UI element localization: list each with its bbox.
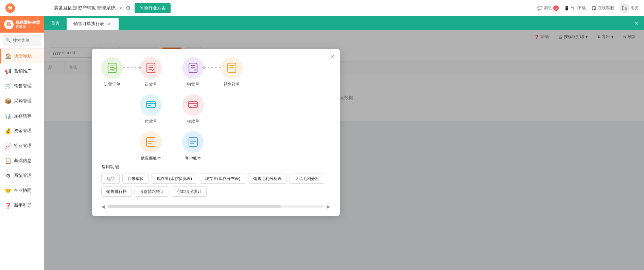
- message-button[interactable]: 💬 消息 5: [537, 5, 559, 11]
- common-btn-sales-margin[interactable]: 销售毛利分析表: [248, 174, 287, 184]
- sidebar-item-inventory[interactable]: 📊 库存核算: [0, 108, 44, 123]
- sidebar-item-sales[interactable]: 🛒 销售管理: [0, 78, 44, 93]
- common-btn-receipt-stats[interactable]: 收款情况统计: [135, 186, 169, 197]
- system-icon: ⚙: [5, 173, 11, 179]
- common-btn-product[interactable]: 商品: [101, 174, 120, 184]
- try-industry-button[interactable]: 体验行业方案: [135, 3, 171, 13]
- scroll-bar-track[interactable]: [108, 205, 324, 208]
- svg-rect-10: [148, 105, 151, 106]
- tab-home[interactable]: 首页: [44, 16, 67, 30]
- user-menu-button[interactable]: Ea 用友: [620, 3, 639, 13]
- main-area: 畅 畅康通好生意 标准版 🔍 搜索菜单 🏠 快捷导航 �: [0, 16, 644, 270]
- svg-rect-16: [146, 138, 147, 146]
- download-icon: 📱: [564, 6, 569, 11]
- common-functions-buttons: 商品 往来单位 现存量(库存状况表) 现存量(库存分布表) 销售毛利分析表 商品…: [101, 174, 330, 184]
- sales-order-label: 销售订单: [224, 82, 240, 87]
- search-menu-label: 搜索菜单: [13, 38, 29, 43]
- flow-node-receipt-wrapper: ¥ 收款单: [182, 94, 204, 124]
- app-title-dropdown-icon[interactable]: ▾: [120, 6, 122, 11]
- flow-node-supplier-wrapper: 供应商账本: [140, 131, 162, 161]
- payment-down-arrow: ↓: [150, 124, 152, 131]
- enterprise-icon: 🤝: [5, 187, 11, 194]
- marketing-icon: 📢: [5, 68, 11, 74]
- sidebar-item-marketing-label: 营销推广: [14, 68, 32, 74]
- top-bar: 畅 装备及固定资产辅助管理系统 ▾ ⚙ 体验行业方案 💬 消息 5 📱 App下…: [0, 0, 644, 16]
- scroll-bar-thumb[interactable]: [108, 205, 281, 208]
- supplier-circle[interactable]: [140, 131, 162, 153]
- sidebar-item-enterprise[interactable]: 🤝 企业协同: [0, 183, 44, 198]
- brand-line1: 畅康通好生意: [16, 20, 40, 25]
- common-btn-stock-dist[interactable]: 现存量(库存分布表): [200, 174, 245, 184]
- top-bar-left: 畅 装备及固定资产辅助管理系统 ▾ ⚙ 体验行业方案: [5, 3, 171, 13]
- popup-overlay[interactable]: ×: [44, 30, 644, 270]
- tab-home-label: 首页: [51, 20, 60, 26]
- service-icon: 🎧: [591, 6, 596, 11]
- payment-circle[interactable]: ¥: [140, 94, 162, 116]
- sidebar: 畅 畅康通好生意 标准版 🔍 搜索菜单 🏠 快捷导航 �: [0, 16, 44, 270]
- common-btn-product-margin[interactable]: 商品毛利分析: [290, 174, 324, 184]
- message-label: 消息: [544, 5, 552, 11]
- sidebar-search-area: 🔍 搜索菜单: [0, 33, 44, 49]
- purchase-order-circle[interactable]: [101, 57, 123, 79]
- tab-sales-order-exec[interactable]: 销售订单执行表 ×: [67, 18, 119, 30]
- svg-text:¥: ¥: [151, 100, 153, 103]
- sidebar-item-system[interactable]: ⚙ 系统管理: [0, 168, 44, 183]
- purchase-icon: 📦: [5, 98, 11, 104]
- svg-rect-22: [228, 63, 236, 73]
- user-avatar: Ea: [620, 3, 629, 13]
- sidebar-item-newbie[interactable]: ❓ 新手引导: [0, 198, 44, 213]
- sales-bill-label: 销货单: [187, 82, 199, 87]
- sidebar-item-inventory-label: 库存核算: [14, 113, 32, 119]
- sidebar-item-purchase-label: 采购管理: [14, 98, 32, 104]
- app-logo-icon: 畅: [5, 3, 15, 13]
- inventory-icon: 📊: [5, 113, 11, 119]
- finance-icon: 💰: [5, 128, 11, 134]
- common-btn-payment-stats[interactable]: 付款情况统计: [172, 186, 207, 197]
- app-download-button[interactable]: 📱 App下载: [564, 5, 586, 11]
- newbie-icon: ❓: [5, 202, 11, 209]
- sales-bill-down-arrow: ↓: [192, 87, 194, 94]
- sales-order-circle[interactable]: [221, 57, 243, 79]
- receipt-label: 收款单: [187, 119, 199, 124]
- sidebar-item-quick-nav[interactable]: 🏠 快捷导航: [0, 49, 44, 64]
- sidebar-item-marketing[interactable]: 📢 营销推广: [0, 64, 44, 78]
- tab-close-icon[interactable]: ×: [106, 21, 112, 26]
- common-btn-partner[interactable]: 往来单位: [122, 174, 149, 184]
- sidebar-item-purchase[interactable]: 📦 采购管理: [0, 93, 44, 108]
- purchase-order-label: 进货订单: [104, 82, 120, 87]
- scroll-right-arrow[interactable]: ▶: [327, 204, 330, 209]
- search-icon: 🔍: [6, 38, 11, 43]
- top-bar-right: 💬 消息 5 📱 App下载 🎧 在线客服 Ea 用友: [537, 3, 639, 13]
- sidebar-item-basic[interactable]: 📋 基础信息: [0, 153, 44, 168]
- flow-node-purchase-order: 进货订单: [101, 57, 123, 87]
- sidebar-item-operation[interactable]: 📈 经营管理: [0, 138, 44, 153]
- purchase-bill-circle[interactable]: [140, 57, 162, 79]
- arrow-purchase-order-to-bill: ▶: [123, 67, 140, 68]
- flow-right-col: 销货单 ◀: [182, 57, 243, 161]
- tab-bar: 首页 销售订单执行表 × ✕: [44, 16, 644, 30]
- svg-rect-30: [189, 138, 197, 146]
- operation-icon: 📈: [5, 143, 11, 149]
- purchase-bill-down-arrow: ↓: [150, 87, 152, 94]
- sales-icon: 🛒: [5, 83, 11, 89]
- scroll-left-arrow[interactable]: ◀: [101, 204, 105, 209]
- svg-rect-12: [147, 138, 155, 146]
- search-menu-button[interactable]: 🔍 搜索菜单: [3, 35, 41, 46]
- svg-rect-34: [197, 138, 198, 146]
- popup-close-button[interactable]: ×: [331, 53, 334, 60]
- common-btn-sales-rank[interactable]: 销售排行榜: [101, 186, 132, 197]
- settings-icon[interactable]: ⚙: [126, 5, 130, 11]
- sidebar-item-enterprise-label: 企业协同: [14, 187, 32, 194]
- common-btn-stock-status[interactable]: 现存量(库存状况表): [152, 174, 197, 184]
- app-wrapper: 畅 装备及固定资产辅助管理系统 ▾ ⚙ 体验行业方案 💬 消息 5 📱 App下…: [0, 0, 644, 270]
- sidebar-item-newbie-label: 新手引导: [14, 202, 32, 209]
- tab-bar-close-icon[interactable]: ✕: [631, 19, 641, 28]
- user-label: 用友: [630, 5, 639, 11]
- basic-icon: 📋: [5, 158, 11, 164]
- sidebar-logo-icon: 畅: [4, 20, 14, 29]
- receipt-circle[interactable]: ¥: [182, 94, 204, 116]
- sidebar-item-finance[interactable]: 💰 资金管理: [0, 123, 44, 138]
- online-service-button[interactable]: 🎧 在线客服: [591, 5, 614, 11]
- sales-bill-circle[interactable]: [182, 57, 204, 79]
- customer-circle[interactable]: [182, 131, 204, 153]
